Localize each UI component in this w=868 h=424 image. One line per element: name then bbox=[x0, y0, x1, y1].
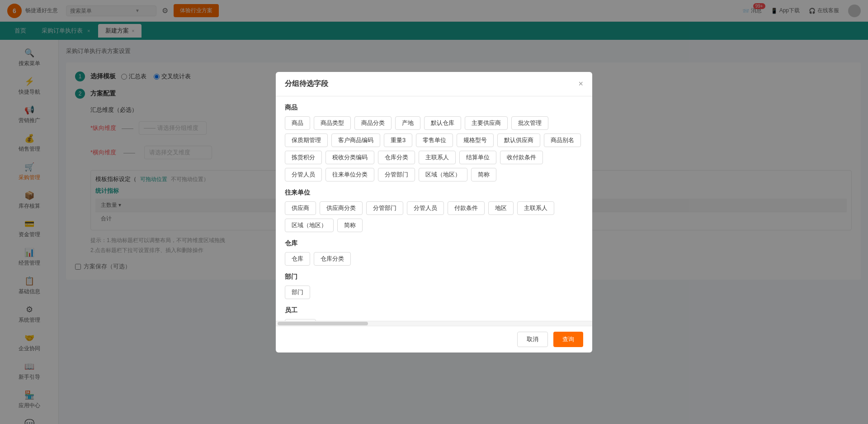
section-partner-title: 往来单位 bbox=[285, 189, 583, 197]
field-tag-main-contact-partner[interactable]: 主联系人 bbox=[517, 201, 554, 215]
field-tag-area[interactable]: 地区 bbox=[488, 201, 514, 215]
field-tag-default-supplier[interactable]: 默认供应商 bbox=[497, 133, 540, 147]
field-tag-customer-code[interactable]: 客户商品编码 bbox=[331, 133, 380, 147]
field-tag-expiry-mgmt[interactable]: 保质期管理 bbox=[285, 133, 328, 147]
modal-close-button[interactable]: × bbox=[578, 79, 583, 89]
field-tag-main-supplier[interactable]: 主要供应商 bbox=[465, 116, 508, 130]
section-dept-fields: 部门 bbox=[285, 286, 583, 299]
field-tag-responsible-person[interactable]: 分管人员 bbox=[285, 168, 322, 181]
field-tag-warehouse-cat[interactable]: 仓库分类 bbox=[314, 252, 351, 266]
modal-overlay: 分组待选字段 × 商品 商品 商品类型 商品分类 产地 默认仓库 主要供应商 批… bbox=[0, 0, 868, 424]
field-tag-main-contact[interactable]: 主联系人 bbox=[419, 151, 456, 164]
modal-body[interactable]: 商品 商品 商品类型 商品分类 产地 默认仓库 主要供应商 批次管理 保质期管理… bbox=[276, 96, 592, 321]
field-tag-person-partner[interactable]: 分管人员 bbox=[407, 201, 444, 215]
modal-footer: 取消 查询 bbox=[276, 326, 592, 353]
field-tag-responsible-dept[interactable]: 分管部门 bbox=[378, 168, 415, 181]
field-tag-supplier-category[interactable]: 供应商分类 bbox=[320, 201, 363, 215]
field-tag-dept[interactable]: 部门 bbox=[285, 286, 310, 299]
field-tag-goods[interactable]: 商品 bbox=[285, 116, 310, 130]
field-tag-warehouse-category[interactable]: 仓库分类 bbox=[378, 151, 415, 164]
field-tag-dept-partner[interactable]: 分管部门 bbox=[366, 201, 403, 215]
modal-cancel-button[interactable]: 取消 bbox=[517, 332, 548, 347]
field-tag-origin[interactable]: 产地 bbox=[395, 116, 420, 130]
field-tag-default-warehouse[interactable]: 默认仓库 bbox=[424, 116, 461, 130]
section-goods-title: 商品 bbox=[285, 104, 583, 112]
field-tag-pick-points[interactable]: 拣货积分 bbox=[285, 151, 322, 164]
field-selection-modal: 分组待选字段 × 商品 商品 商品类型 商品分类 产地 默认仓库 主要供应商 批… bbox=[276, 72, 592, 353]
field-tag-supplier[interactable]: 供应商 bbox=[285, 201, 316, 215]
field-tag-weight3[interactable]: 重量3 bbox=[384, 133, 412, 147]
field-tag-region-partner[interactable]: 区域（地区） bbox=[285, 219, 334, 232]
field-tag-batch-mgmt[interactable]: 批次管理 bbox=[511, 116, 548, 130]
field-tag-goods-alias[interactable]: 商品别名 bbox=[544, 133, 581, 147]
field-tag-partner-category[interactable]: 往来单位分类 bbox=[326, 168, 374, 181]
field-tag-region-goods[interactable]: 区域（地区） bbox=[419, 168, 467, 181]
field-tag-warehouse[interactable]: 仓库 bbox=[285, 252, 310, 266]
field-tag-spec-model[interactable]: 规格型号 bbox=[457, 133, 494, 147]
field-tag-goods-category[interactable]: 商品分类 bbox=[354, 116, 392, 130]
field-tag-goods-type[interactable]: 商品类型 bbox=[314, 116, 351, 130]
section-employee-title: 员工 bbox=[285, 306, 583, 314]
modal-title: 分组待选字段 bbox=[285, 79, 328, 89]
modal-horizontal-scrollbar[interactable] bbox=[276, 321, 592, 326]
scroll-thumb-horizontal bbox=[278, 322, 368, 325]
field-tag-short-name-goods[interactable]: 简称 bbox=[471, 168, 496, 181]
field-tag-payment-cond[interactable]: 付款条件 bbox=[448, 201, 485, 215]
section-goods-fields: 商品 商品类型 商品分类 产地 默认仓库 主要供应商 批次管理 保质期管理 客户… bbox=[285, 116, 583, 181]
section-dept-title: 部门 bbox=[285, 273, 583, 281]
field-tag-tax-code[interactable]: 税收分类编码 bbox=[326, 151, 374, 164]
section-warehouse-fields: 仓库 仓库分类 bbox=[285, 252, 583, 266]
modal-confirm-button[interactable]: 查询 bbox=[553, 332, 583, 347]
field-tag-settlement-unit[interactable]: 结算单位 bbox=[459, 151, 496, 164]
section-warehouse-title: 仓库 bbox=[285, 239, 583, 248]
modal-header: 分组待选字段 × bbox=[276, 72, 592, 96]
field-tag-retail-unit[interactable]: 零售单位 bbox=[416, 133, 453, 147]
section-partner-fields: 供应商 供应商分类 分管部门 分管人员 付款条件 地区 主联系人 区域（地区） … bbox=[285, 201, 583, 232]
field-tag-payment-terms[interactable]: 收付款条件 bbox=[500, 151, 543, 164]
field-tag-short-name-partner[interactable]: 简称 bbox=[337, 219, 363, 232]
